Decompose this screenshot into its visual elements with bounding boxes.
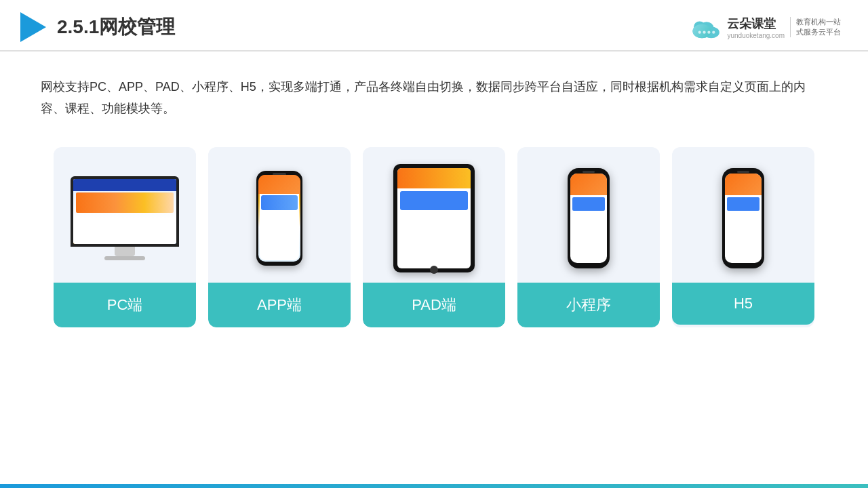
logo-area: 云朵课堂 yunduoketang.com 教育机构一站 式服务云平台 [689, 15, 841, 39]
bottom-bar [0, 484, 868, 488]
pad-label: PAD端 [363, 283, 505, 327]
cards-section: PC端 APP端 PAD端 小程序 [0, 134, 868, 341]
pad-image-area [363, 147, 505, 283]
app-label: APP端 [208, 283, 351, 327]
svg-point-8 [713, 31, 715, 34]
pc-image-area [54, 147, 196, 283]
card-pad: PAD端 [363, 147, 505, 327]
cloud-icon [689, 15, 724, 39]
pad-mockup [393, 164, 475, 272]
card-pc: PC端 [54, 147, 196, 327]
logo-cloud: 云朵课堂 yunduoketang.com 教育机构一站 式服务云平台 [689, 15, 841, 39]
h5-image-area [672, 147, 814, 283]
logo-url: yunduoketang.com [727, 32, 785, 39]
description-section: 网校支持PC、APP、PAD、小程序、H5，实现多端打通，产品各终端自由切换，数… [0, 52, 868, 134]
svg-point-7 [708, 31, 711, 34]
page-title: 2.5.1网校管理 [57, 14, 175, 40]
card-h5: H5 [672, 147, 814, 327]
svg-point-5 [698, 31, 701, 34]
miniapp-label: 小程序 [517, 283, 660, 327]
card-app: APP端 [208, 147, 351, 327]
miniapp-mockup [568, 168, 610, 268]
h5-mockup [722, 168, 764, 268]
pc-label: PC端 [54, 283, 196, 327]
app-image-area [208, 147, 351, 283]
logo-name: 云朵课堂 [727, 16, 785, 32]
play-icon [20, 12, 46, 42]
svg-point-6 [703, 31, 706, 34]
logo-tagline: 教育机构一站 式服务云平台 [790, 17, 841, 38]
header: 2.5.1网校管理 [0, 0, 868, 52]
header-left: 2.5.1网校管理 [20, 12, 175, 42]
logo-text-group: 云朵课堂 yunduoketang.com [727, 16, 785, 39]
miniapp-image-area [517, 147, 660, 283]
h5-label: H5 [672, 283, 814, 325]
app-mockup [256, 171, 302, 266]
description-text: 网校支持PC、APP、PAD、小程序、H5，实现多端打通，产品各终端自由切换，数… [41, 76, 827, 120]
pc-mockup [71, 176, 179, 260]
card-miniapp: 小程序 [517, 147, 660, 327]
